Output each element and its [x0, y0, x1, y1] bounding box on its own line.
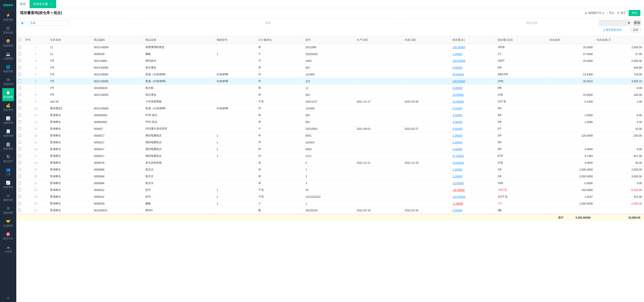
row-checkbox-cell[interactable]: [16, 160, 23, 166]
cell-qty-main[interactable]: 49.60000: [450, 71, 496, 78]
row-checkbox-cell[interactable]: [16, 85, 23, 92]
sidebar-item-inventory[interactable]: 📋库存核查: [2, 88, 14, 101]
cell-qty-main[interactable]: 1.00000: [450, 166, 496, 173]
cell-qty-main[interactable]: 87.00000: [450, 153, 496, 160]
sidebar-item-corp[interactable]: 🤝企业协同: [2, 217, 14, 230]
row-checkbox[interactable]: [18, 52, 21, 55]
cell-qty-main[interactable]: 1.00000: [450, 51, 496, 58]
cell-qty-main[interactable]: 0.00000: [450, 85, 496, 92]
row-checkbox[interactable]: [18, 107, 21, 110]
row-checkbox[interactable]: [18, 120, 21, 123]
row-checkbox[interactable]: [18, 134, 21, 137]
row-checkbox[interactable]: [18, 188, 21, 191]
cell-qty-main[interactable]: 100.00000: [450, 44, 496, 51]
row-checkbox[interactable]: [18, 73, 21, 76]
row-checkbox-cell[interactable]: [16, 146, 23, 153]
row-checkbox[interactable]: [18, 46, 21, 49]
cell-qty-main[interactable]: -16.00000: [450, 187, 496, 194]
cell-qty-main[interactable]: 2.00000: [450, 132, 496, 139]
row-checkbox-cell[interactable]: [16, 166, 23, 173]
sidebar-settings[interactable]: ⚙: [0, 294, 16, 302]
row-checkbox-cell[interactable]: [16, 112, 23, 119]
sidebar-item-purchase[interactable]: 🛍采购管理: [2, 75, 14, 88]
tab-inventory-batch[interactable]: 库存批次量 ✕: [30, 0, 56, 8]
sidebar-search[interactable]: 搜索菜单: [0, 2, 16, 10]
cell-qty-main[interactable]: 4.00000: [450, 112, 496, 119]
row-checkbox[interactable]: [18, 147, 21, 150]
filter-tag-expand[interactable]: ▶: [20, 21, 25, 25]
row-checkbox-cell[interactable]: [16, 139, 23, 146]
sidebar-item-quick-nav[interactable]: ⚡快捷导航: [2, 11, 14, 24]
cell-qty-main[interactable]: 3.00000: [450, 146, 496, 153]
row-checkbox-cell[interactable]: [16, 187, 23, 194]
cell-qty-main[interactable]: 10.00000: [450, 160, 496, 166]
sidebar-item-small-ecom[interactable]: 💻小验电商: [2, 50, 14, 63]
row-checkbox-cell[interactable]: [16, 51, 23, 58]
row-checkbox-cell[interactable]: [16, 194, 23, 200]
tab-home[interactable]: 首页: [16, 0, 30, 8]
tab-close-btn[interactable]: ✕: [50, 3, 52, 6]
cell-qty-main[interactable]: 0.00000: [450, 105, 496, 112]
row-checkbox-cell[interactable]: [16, 78, 23, 85]
row-checkbox[interactable]: [18, 182, 21, 184]
settings-btn[interactable]: 设置: [631, 27, 640, 33]
sidebar-item-fixed[interactable]: 🏗固定资产: [2, 153, 14, 165]
sidebar-item-tax[interactable]: 🏦税务管理: [2, 140, 14, 153]
cell-qty-main[interactable]: 10.00000: [450, 92, 496, 98]
row-checkbox-cell[interactable]: [16, 105, 23, 112]
row-checkbox-cell[interactable]: [16, 119, 23, 125]
sidebar-item-wholesale[interactable]: 📦批发管理: [2, 37, 14, 50]
cell-qty-main[interactable]: 0.00000: [450, 139, 496, 146]
search-btn[interactable]: 查询: [634, 20, 640, 25]
row-checkbox[interactable]: [18, 161, 21, 164]
sidebar-item-biz[interactable]: 📈经营管理: [2, 178, 14, 191]
query-btn[interactable]: 查询: [628, 10, 640, 16]
cell-qty-main[interactable]: 100.00000: [450, 58, 496, 64]
sidebar-item-asset[interactable]: 💰资金管理: [2, 101, 14, 114]
display-btn[interactable]: ☰ 显示: [617, 11, 626, 15]
row-checkbox-cell[interactable]: [16, 125, 23, 132]
row-checkbox[interactable]: [18, 168, 21, 171]
export-btn[interactable]: ↑ 导出: [607, 11, 614, 15]
row-checkbox[interactable]: [18, 202, 21, 205]
row-checkbox-cell[interactable]: [16, 92, 23, 98]
cell-qty-main[interactable]: 0.00000: [450, 207, 496, 214]
sidebar-item-retail[interactable]: 🛒零售管理: [2, 24, 14, 37]
row-checkbox-cell[interactable]: [16, 153, 23, 160]
cell-qty-main[interactable]: -1.00000: [450, 200, 496, 207]
expand-more-btn[interactable]: ▾ 展开更多条件: [603, 28, 622, 32]
sidebar-item-base[interactable]: 🗂基础信息: [2, 191, 14, 204]
sidebar-item-sys[interactable]: ⚙系统管理: [2, 204, 14, 217]
row-checkbox-cell[interactable]: [16, 98, 23, 105]
cell-qty-main[interactable]: 10.00000: [450, 180, 496, 187]
row-checkbox[interactable]: [18, 127, 21, 130]
row-checkbox-cell[interactable]: [16, 180, 23, 187]
row-checkbox[interactable]: [18, 59, 21, 62]
cell-qty-main[interactable]: 0.00000: [450, 64, 496, 71]
sidebar-item-cloud[interactable]: ☁云应用: [2, 243, 14, 256]
warehouse-filter[interactable]: [28, 20, 69, 26]
select-all-checkbox[interactable]: [18, 38, 21, 41]
row-checkbox-cell[interactable]: [16, 132, 23, 139]
row-checkbox[interactable]: [18, 66, 21, 69]
row-checkbox-cell[interactable]: [16, 173, 23, 180]
cell-qty-main[interactable]: 4.00000: [450, 119, 496, 125]
cell-qty-main[interactable]: 122.00000: [450, 194, 496, 200]
row-checkbox-cell[interactable]: [16, 207, 23, 214]
sidebar-item-invoice[interactable]: 🧾发票管理: [2, 127, 14, 140]
row-checkbox-cell[interactable]: [16, 71, 23, 78]
row-checkbox[interactable]: [18, 175, 21, 178]
row-checkbox[interactable]: [18, 141, 21, 144]
row-checkbox-cell[interactable]: [16, 64, 23, 71]
row-checkbox[interactable]: [18, 154, 21, 157]
sidebar-item-newbie[interactable]: 🎯新手引导: [2, 230, 14, 243]
row-checkbox-cell[interactable]: [16, 44, 23, 51]
cell-qty-main[interactable]: 1.00000: [450, 173, 496, 180]
sidebar-item-hr[interactable]: 👥工资: [2, 165, 14, 178]
cell-qty-main[interactable]: 10.00000: [450, 98, 496, 105]
row-checkbox[interactable]: [18, 93, 21, 96]
category-filter[interactable]: [599, 20, 631, 26]
sidebar-item-overall[interactable]: 📊总账管理: [2, 114, 14, 127]
row-checkbox[interactable]: [18, 100, 21, 103]
row-checkbox[interactable]: [18, 209, 21, 212]
